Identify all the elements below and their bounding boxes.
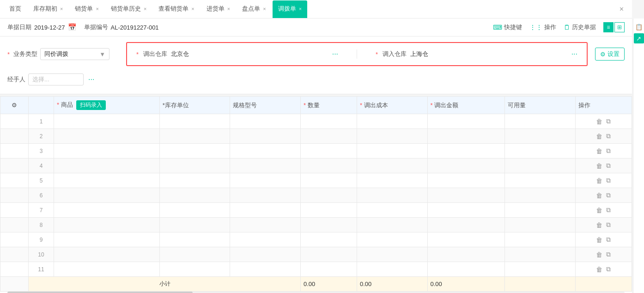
ops-btn[interactable]: ⋮⋮ 操作 xyxy=(529,23,556,31)
delete-icon[interactable]: 🗑 xyxy=(596,266,602,273)
cell-qty[interactable] xyxy=(300,114,357,129)
copy-icon[interactable]: ⧉ xyxy=(606,221,611,229)
cell-qty[interactable] xyxy=(300,203,357,218)
cell-spec[interactable] xyxy=(230,218,301,232)
cell-avail[interactable] xyxy=(505,218,576,232)
cell-cost[interactable] xyxy=(357,232,427,247)
copy-icon[interactable]: ⧉ xyxy=(606,250,611,258)
cell-product[interactable] xyxy=(54,159,159,173)
copy-icon[interactable]: ⧉ xyxy=(606,206,611,214)
cell-unit[interactable] xyxy=(159,144,230,159)
delete-icon[interactable]: 🗑 xyxy=(596,162,602,170)
cell-product[interactable] xyxy=(54,144,159,159)
cell-product[interactable] xyxy=(54,114,159,129)
copy-icon[interactable]: ⧉ xyxy=(606,117,611,125)
cell-avail[interactable] xyxy=(505,262,576,277)
tab-stocktake-close[interactable]: × xyxy=(263,6,266,12)
cell-spec[interactable] xyxy=(230,232,301,247)
tab-stocktake[interactable]: 盘点单 × xyxy=(237,0,271,18)
delete-icon[interactable]: 🗑 xyxy=(596,177,602,184)
tab-transfer-close[interactable]: × xyxy=(299,6,302,12)
copy-icon[interactable]: ⧉ xyxy=(606,236,611,244)
cell-qty[interactable] xyxy=(300,173,357,188)
tab-inventory-init[interactable]: 库存期初 × xyxy=(28,0,68,18)
delete-icon[interactable]: 🗑 xyxy=(596,236,602,244)
cell-avail[interactable] xyxy=(505,129,576,144)
cell-cost[interactable] xyxy=(357,114,427,129)
handler-more-icon[interactable]: ··· xyxy=(88,75,94,84)
delete-icon[interactable]: 🗑 xyxy=(596,251,602,258)
layout-grid-icon[interactable]: ⊞ xyxy=(614,22,625,32)
cell-qty[interactable] xyxy=(300,144,357,159)
cell-product[interactable] xyxy=(54,247,159,262)
cell-unit[interactable] xyxy=(159,218,230,232)
cell-qty[interactable] xyxy=(300,188,357,203)
cell-spec[interactable] xyxy=(230,247,301,262)
cell-product[interactable] xyxy=(54,188,159,203)
cell-cost[interactable] xyxy=(357,129,427,144)
cell-spec[interactable] xyxy=(230,159,301,173)
cell-qty[interactable] xyxy=(300,247,357,262)
tab-sales-order[interactable]: 销货单 × xyxy=(69,0,104,18)
cell-spec[interactable] xyxy=(230,114,301,129)
shortcuts-btn[interactable]: ⌨ 快捷键 xyxy=(493,23,522,31)
cell-spec[interactable] xyxy=(230,144,301,159)
copy-icon[interactable]: ⧉ xyxy=(606,162,611,170)
cell-unit[interactable] xyxy=(159,203,230,218)
cell-product[interactable] xyxy=(54,203,159,218)
cell-cost[interactable] xyxy=(357,159,427,173)
cell-avail[interactable] xyxy=(505,247,576,262)
copy-icon[interactable]: ⧉ xyxy=(606,132,611,140)
cell-unit[interactable] xyxy=(159,173,230,188)
cell-cost[interactable] xyxy=(357,262,427,277)
cell-avail[interactable] xyxy=(505,188,576,203)
biz-type-select[interactable]: 同价调拨 ▼ xyxy=(40,48,109,60)
tab-view-sales[interactable]: 查看销货单 × xyxy=(153,0,200,18)
cell-avail[interactable] xyxy=(505,159,576,173)
cell-avail[interactable] xyxy=(505,173,576,188)
delete-icon[interactable]: 🗑 xyxy=(596,221,602,229)
cell-qty[interactable] xyxy=(300,262,357,277)
cell-amount[interactable] xyxy=(427,262,505,277)
delete-icon[interactable]: 🗑 xyxy=(596,133,602,140)
cell-spec[interactable] xyxy=(230,203,301,218)
delete-icon[interactable]: 🗑 xyxy=(596,147,602,155)
tab-sales-order-close[interactable]: × xyxy=(96,6,98,12)
tab-purchase-close[interactable]: × xyxy=(227,6,230,12)
cell-spec[interactable] xyxy=(230,262,301,277)
cell-avail[interactable] xyxy=(505,203,576,218)
cell-avail[interactable] xyxy=(505,232,576,247)
cell-qty[interactable] xyxy=(300,232,357,247)
cell-product[interactable] xyxy=(54,262,159,277)
cell-unit[interactable] xyxy=(159,232,230,247)
cell-unit[interactable] xyxy=(159,159,230,173)
tab-view-sales-close[interactable]: × xyxy=(191,6,194,12)
cell-unit[interactable] xyxy=(159,262,230,277)
cell-amount[interactable] xyxy=(427,232,505,247)
window-close-button[interactable]: × xyxy=(615,5,628,13)
cell-amount[interactable] xyxy=(427,144,505,159)
cell-cost[interactable] xyxy=(357,144,427,159)
cell-unit[interactable] xyxy=(159,129,230,144)
cell-product[interactable] xyxy=(54,232,159,247)
cell-cost[interactable] xyxy=(357,188,427,203)
wh-out-more-icon[interactable]: ··· xyxy=(332,50,338,58)
cell-spec[interactable] xyxy=(230,173,301,188)
cell-qty[interactable] xyxy=(300,159,357,173)
cell-spec[interactable] xyxy=(230,129,301,144)
copy-icon[interactable]: ⧉ xyxy=(606,147,611,155)
calendar-icon[interactable]: 📅 xyxy=(68,23,77,31)
cell-spec[interactable] xyxy=(230,188,301,203)
handler-select[interactable]: 选择... xyxy=(28,73,84,85)
cell-cost[interactable] xyxy=(357,203,427,218)
copy-icon[interactable]: ⧉ xyxy=(606,177,611,184)
cell-amount[interactable] xyxy=(427,159,505,173)
cell-product[interactable] xyxy=(54,129,159,144)
tab-purchase[interactable]: 进货单 × xyxy=(201,0,236,18)
cell-product[interactable] xyxy=(54,218,159,232)
cell-product[interactable] xyxy=(54,173,159,188)
side-expand-icon[interactable]: ↗ xyxy=(634,33,644,43)
tab-sales-history-close[interactable]: × xyxy=(144,6,146,12)
cell-amount[interactable] xyxy=(427,218,505,232)
settings-button[interactable]: ⚙ 设置 xyxy=(595,48,625,61)
